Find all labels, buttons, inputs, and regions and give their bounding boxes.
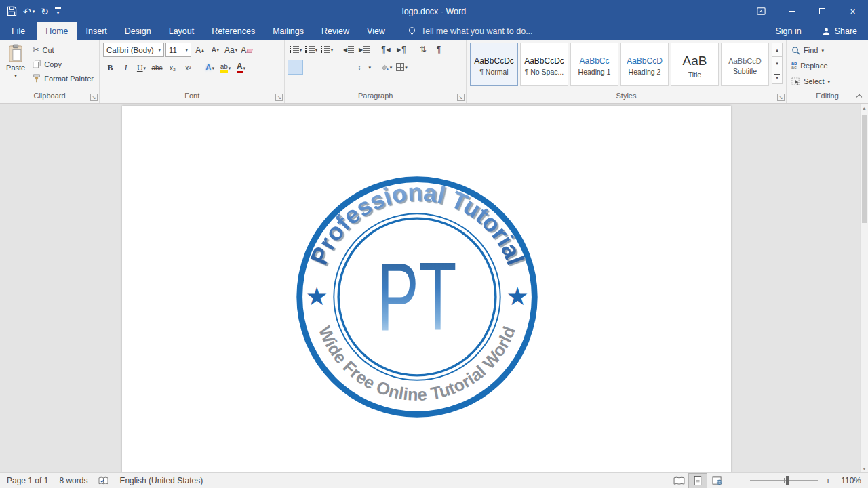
bold-button[interactable]: B	[103, 61, 117, 75]
font-size-select[interactable]: 11 ▾	[165, 43, 191, 57]
superscript-icon: x²	[185, 64, 191, 72]
style-title[interactable]: AaB Title	[671, 43, 719, 86]
maximize-button[interactable]	[807, 0, 837, 22]
scroll-up-arrow-icon[interactable]: ▲	[861, 104, 868, 112]
change-case-button[interactable]: Aa▾	[224, 43, 238, 57]
italic-button[interactable]: I	[119, 61, 133, 75]
styles-dialog-launcher-icon[interactable]: ↘	[777, 94, 785, 101]
text-effects-button[interactable]: A▾	[203, 61, 217, 75]
vertical-scrollbar[interactable]: ▲ ▼	[860, 104, 868, 472]
rtl-text-direction-button[interactable]: ▶¶	[394, 43, 408, 56]
customize-qat-button[interactable]: ▾	[55, 7, 61, 15]
ribbon-display-options-button[interactable]	[746, 0, 776, 22]
font-dialog-launcher-icon[interactable]: ↘	[275, 94, 283, 101]
sign-in-button[interactable]: Sign in	[766, 22, 810, 40]
word-count[interactable]: 8 words	[54, 473, 93, 488]
tell-me-box[interactable]: Tell me what you want to do...	[401, 22, 540, 40]
font-color-button[interactable]: A▾	[234, 61, 248, 75]
document-page[interactable]: Professional Tutorial Wide Free Online T…	[122, 106, 731, 472]
zoom-level[interactable]: 110%	[838, 476, 861, 485]
tab-design[interactable]: Design	[116, 22, 160, 40]
align-right-button[interactable]	[319, 60, 334, 74]
increase-indent-button[interactable]: ▶	[357, 43, 371, 56]
shading-button[interactable]: ▾	[379, 60, 393, 74]
redo-button[interactable]: ↻	[41, 7, 49, 16]
gallery-scroll-down-button[interactable]: ▾	[772, 56, 783, 70]
align-left-button[interactable]	[288, 60, 302, 74]
clear-formatting-button[interactable]: A	[239, 43, 254, 57]
web-layout-button[interactable]	[708, 474, 726, 488]
replace-button[interactable]: abac Replace	[790, 58, 865, 73]
page-indicator[interactable]: Page 1 of 1	[1, 473, 54, 488]
chevron-down-icon: ▾	[390, 65, 393, 70]
tab-file[interactable]: File	[0, 22, 37, 40]
word-count-label: 8 words	[59, 476, 87, 485]
logo-image[interactable]: Professional Tutorial Wide Free Online T…	[292, 171, 542, 422]
superscript-button[interactable]: x²	[181, 61, 195, 75]
bullets-button[interactable]: ▾	[288, 43, 302, 56]
find-button[interactable]: Find ▾	[790, 43, 865, 58]
close-button[interactable]: ×	[837, 0, 868, 22]
share-button[interactable]: Share	[811, 22, 868, 40]
undo-button[interactable]: ↶ ▾	[23, 7, 35, 16]
tab-references[interactable]: References	[203, 22, 264, 40]
gallery-more-button[interactable]: ▾	[772, 70, 783, 84]
collapse-ribbon-button[interactable]	[856, 94, 863, 99]
save-button[interactable]	[7, 6, 17, 16]
zoom-slider[interactable]	[750, 480, 818, 481]
format-painter-button[interactable]: Format Painter	[31, 71, 96, 85]
tab-layout[interactable]: Layout	[160, 22, 203, 40]
borders-button[interactable]: ▾	[395, 60, 409, 74]
underline-button[interactable]: U▾	[134, 61, 149, 75]
sort-button[interactable]: ⇅	[416, 43, 430, 56]
paste-button[interactable]: Paste ▾	[3, 43, 28, 92]
cut-label: Cut	[42, 46, 54, 54]
show-hide-paragraph-button[interactable]: ¶	[431, 43, 446, 56]
highlight-button[interactable]: ab▾	[218, 61, 233, 75]
strikethrough-icon: abc	[151, 64, 162, 72]
tab-view[interactable]: View	[358, 22, 394, 40]
tab-mailings[interactable]: Mailings	[264, 22, 313, 40]
zoom-in-button[interactable]: +	[823, 476, 833, 486]
style-no-spacing[interactable]: AaBbCcDc ¶ No Spac...	[520, 43, 568, 86]
justify-button[interactable]	[335, 60, 349, 74]
gallery-scroll-up-button[interactable]: ▴	[772, 43, 783, 57]
align-center-button[interactable]	[304, 60, 318, 74]
grow-font-button[interactable]: A▴	[193, 43, 207, 57]
chevron-down-icon: ▾	[821, 48, 824, 53]
tab-insert[interactable]: Insert	[77, 22, 116, 40]
print-layout-button[interactable]	[689, 474, 707, 488]
cut-button[interactable]: ✂ Cut	[31, 43, 96, 57]
tab-home[interactable]: Home	[37, 22, 77, 40]
numbering-button[interactable]: ▾	[304, 43, 318, 56]
font-name-select[interactable]: Calibri (Body) ▾	[103, 43, 164, 57]
scroll-down-arrow-icon[interactable]: ▼	[861, 464, 868, 472]
multilevel-list-button[interactable]: ▾	[319, 43, 334, 56]
tab-review[interactable]: Review	[313, 22, 358, 40]
zoom-out-button[interactable]: −	[735, 476, 745, 486]
strikethrough-button[interactable]: abc	[150, 61, 164, 75]
select-button[interactable]: Select ▾	[790, 74, 865, 89]
chevron-down-icon: ▾	[368, 65, 371, 70]
style-heading-2[interactable]: AaBbCcD Heading 2	[620, 43, 669, 86]
paste-icon	[8, 44, 23, 62]
scrollbar-thumb[interactable]	[862, 115, 867, 223]
clipboard-dialog-launcher-icon[interactable]: ↘	[90, 94, 98, 101]
proofing-status[interactable]	[93, 473, 114, 488]
ltr-text-direction-button[interactable]: ¶◀	[378, 43, 393, 56]
style-subtitle[interactable]: AaBbCcD Subtitle	[721, 43, 769, 86]
style-heading-1[interactable]: AaBbCc Heading 1	[570, 43, 618, 86]
line-spacing-button[interactable]: ↕▾	[357, 60, 372, 74]
chevron-down-icon: ▾	[243, 66, 246, 70]
style-normal[interactable]: AaBbCcDc ¶ Normal	[470, 43, 518, 86]
copy-button[interactable]: Copy	[31, 57, 96, 71]
subscript-button[interactable]: x₂	[165, 61, 180, 75]
subscript-icon: x₂	[170, 64, 176, 72]
shrink-font-button[interactable]: A▾	[208, 43, 222, 57]
decrease-indent-button[interactable]: ◀	[341, 43, 355, 56]
language-indicator[interactable]: English (United States)	[114, 473, 208, 488]
paragraph-dialog-launcher-icon[interactable]: ↘	[457, 94, 465, 101]
zoom-slider-thumb[interactable]	[786, 476, 789, 485]
read-mode-button[interactable]	[670, 474, 688, 488]
minimize-button[interactable]	[776, 0, 807, 22]
